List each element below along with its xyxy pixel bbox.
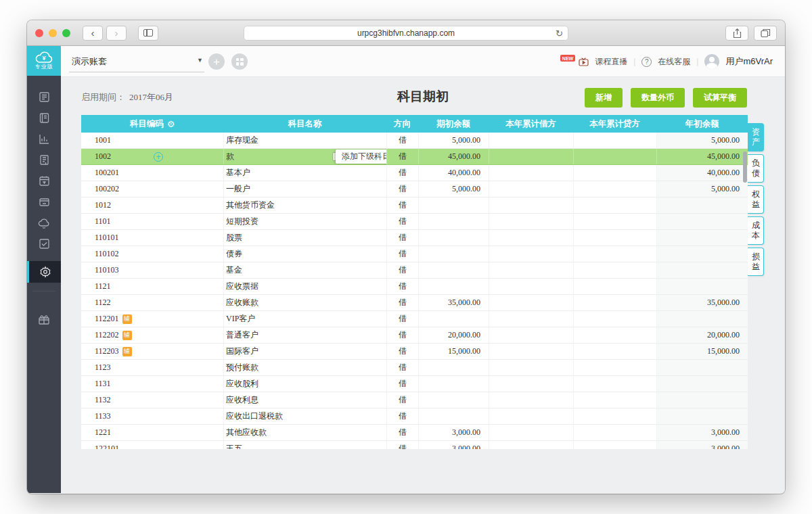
sidebar-item-fund[interactable]: [27, 170, 61, 191]
table-row[interactable]: 1132 应收利息 借: [81, 392, 748, 408]
table-row[interactable]: 100201 基本户 借 40,000.00 40,000.00: [81, 165, 748, 181]
table-row[interactable]: 1001 库存现金 借 5,000.00 5,000.00: [81, 133, 748, 149]
col-header-direction: 方向: [386, 115, 418, 133]
cloud-logo-icon: ¥: [35, 51, 53, 64]
chevron-down-icon: ▼: [197, 57, 203, 64]
table-row[interactable]: 1221 其他应收款 借 3,000.00 3,000.00: [81, 425, 748, 441]
sidebar-item-salary[interactable]: [27, 191, 61, 212]
online-support-link[interactable]: 在线客服: [658, 56, 690, 68]
table-row[interactable]: 1002 + 添加下级科目 款 ? 借 45,000.00 45,000.00: [81, 149, 748, 165]
year-begin-balance: 5,000.00: [711, 135, 740, 145]
address-bar[interactable]: urpcg3hibfvn.chanapp.com ↻: [244, 26, 568, 41]
sidebar-item-settings[interactable]: [27, 261, 61, 283]
table-body: 1001 库存现金 借 5,000.00 5,000.00 1002 + 添加下…: [81, 133, 748, 449]
account-name: 应收票据: [226, 281, 258, 292]
account-code: 100202: [95, 184, 119, 194]
sidebar-item-collab[interactable]: [27, 212, 61, 233]
account-name: 国际客户: [226, 346, 258, 357]
help-icon: ?: [641, 57, 652, 67]
table-row[interactable]: 110103 基金 借: [81, 262, 748, 279]
table-row[interactable]: 110102 债券 借: [81, 246, 748, 262]
add-sub-account-tooltip: 添加下级科目: [336, 149, 386, 164]
balance-direction: 借: [399, 151, 407, 162]
share-button[interactable]: [725, 26, 748, 41]
ledger-icon: [39, 112, 50, 124]
refresh-icon[interactable]: ↻: [556, 28, 563, 39]
table-row[interactable]: 1131 应收股利 借: [81, 376, 748, 392]
category-tab-成本[interactable]: 成本: [748, 216, 764, 245]
col-header-code: 科目编码: [130, 118, 164, 130]
zoom-window-button[interactable]: [62, 29, 70, 37]
sidebar-divider: [32, 291, 55, 291]
opening-balance: 5,000.00: [452, 184, 480, 194]
balance-direction: 借: [399, 200, 407, 211]
table-row[interactable]: 1123 预付账款 借: [81, 360, 748, 376]
account-name: 应收出口退税款: [226, 411, 283, 422]
balance-direction: 借: [399, 248, 407, 260]
app-logo[interactable]: ¥ 专业版: [27, 46, 61, 76]
sidebar-toggle-button[interactable]: [138, 26, 158, 41]
tabs-overview-button[interactable]: [754, 26, 777, 41]
col-header-opening: 期初余额: [418, 115, 489, 133]
category-tabs: 资产负债权益成本损益: [748, 123, 764, 276]
live-video-icon: [579, 57, 589, 66]
category-tab-权益[interactable]: 权益: [748, 185, 764, 214]
sidebar-item-gift[interactable]: [27, 309, 61, 330]
category-tab-损益[interactable]: 损益: [748, 248, 764, 276]
category-tab-负债[interactable]: 负债: [748, 154, 764, 183]
account-name: 普通客户: [226, 329, 258, 341]
account-set-select[interactable]: 演示账套 ▼: [69, 54, 204, 72]
account-code: 1001: [95, 135, 111, 145]
table-row[interactable]: 1133 应收出口退税款 借: [81, 408, 748, 425]
table-row[interactable]: 1101 短期投资 借: [81, 214, 748, 230]
balance-direction: 借: [399, 183, 407, 195]
sidebar-item-checkout[interactable]: [27, 233, 61, 254]
sidebar-item-report[interactable]: [27, 128, 61, 149]
table-row[interactable]: 112201 辅 VIP客户 借: [81, 311, 748, 327]
table-scrollbar-thumb[interactable]: [743, 151, 747, 183]
trial-balance-button[interactable]: 试算平衡: [693, 88, 747, 108]
year-begin-balance: 3,000.00: [711, 427, 740, 438]
add-account-set-button[interactable]: +: [208, 53, 225, 70]
column-settings-gear-icon[interactable]: ⚙: [167, 119, 175, 129]
back-button[interactable]: ‹: [83, 26, 103, 41]
balance-direction: 借: [399, 167, 407, 179]
fund-calendar-icon: [39, 175, 50, 187]
balance-direction: 借: [399, 232, 407, 243]
user-menu[interactable]: 用户m6VrAr: [725, 55, 773, 68]
forward-button[interactable]: ›: [106, 26, 127, 41]
close-window-button[interactable]: [35, 29, 43, 37]
sidebar-item-voucher[interactable]: [27, 87, 61, 108]
balance-direction: 借: [399, 443, 407, 449]
app-sidebar: ¥ 专业版: [27, 46, 61, 493]
aux-accounting-badge: 辅: [122, 347, 132, 356]
category-tab-资产[interactable]: 资产: [748, 123, 764, 151]
add-button[interactable]: 新增: [585, 88, 623, 108]
balance-direction: 借: [399, 378, 407, 390]
table-row[interactable]: 100202 一般户 借 5,000.00 5,000.00: [81, 181, 748, 197]
app-header: 演示账套 ▼ + NEW 课程直播 | ?: [61, 46, 785, 77]
qty-currency-button[interactable]: 数量外币: [631, 88, 685, 108]
url-text: urpcg3hibfvn.chanapp.com: [357, 28, 455, 38]
add-sub-account-icon[interactable]: +: [154, 152, 163, 162]
table-row[interactable]: 1122 应收账款 借 35,000.00 35,000.00: [81, 295, 748, 311]
sidebar-item-invoice[interactable]: [27, 149, 61, 170]
account-name: 王五: [226, 443, 242, 449]
table-row[interactable]: 1121 应收票据 借: [81, 279, 748, 295]
balance-direction: 借: [399, 281, 407, 292]
balance-direction: 借: [399, 264, 407, 276]
apps-grid-button[interactable]: [231, 53, 248, 70]
table-row[interactable]: 110101 股票 借: [81, 230, 748, 246]
minimize-window-button[interactable]: [49, 29, 57, 37]
checkout-icon: [39, 238, 50, 250]
table-row[interactable]: 1012 其他货币资金 借: [81, 197, 748, 214]
live-course-link[interactable]: 课程直播: [595, 56, 627, 68]
balance-direction: 借: [399, 427, 407, 438]
table-row[interactable]: 112202 辅 普通客户 借 20,000.00 20,000.00: [81, 327, 748, 344]
account-code: 1133: [95, 411, 111, 421]
account-code: 112202: [95, 330, 119, 340]
aux-accounting-badge: 辅: [122, 314, 132, 324]
table-row[interactable]: 112203 辅 国际客户 借 15,000.00 15,000.00: [81, 344, 748, 360]
table-row[interactable]: 122101 王五 借 3,000.00 3,000.00: [81, 441, 748, 449]
sidebar-item-ledger[interactable]: [27, 108, 61, 128]
